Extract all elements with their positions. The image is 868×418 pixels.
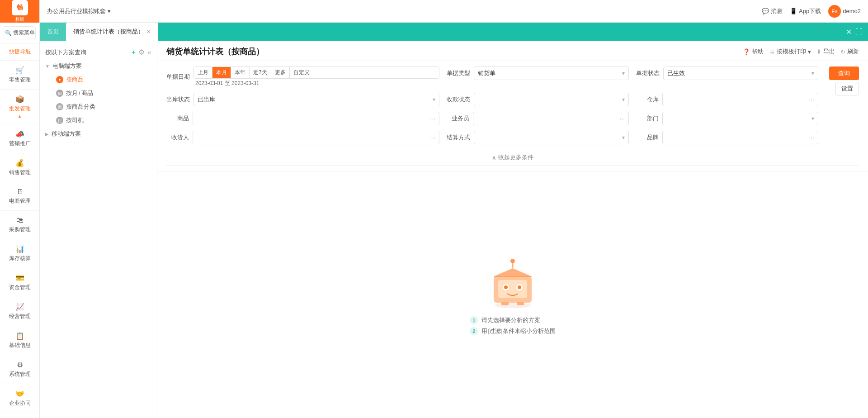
tree-mobile-label: 移动端方案 [52, 130, 81, 138]
filter-brand: 品牌 ··· [636, 131, 818, 144]
collapse-panel-button[interactable]: « [147, 48, 151, 57]
sidebar-nav-item-operations[interactable]: 📈 经营管理 [0, 297, 39, 326]
operations-icon: 📈 [15, 303, 24, 311]
tree-mobile-group[interactable]: ▶ 移动端方案 [40, 127, 157, 141]
doc-status-chevron-icon: ▾ [811, 70, 814, 76]
out-status-control[interactable]: 已出库 ▾ [193, 93, 439, 106]
retail-icon: 🛒 [15, 66, 24, 75]
warehouse-label: 仓库 [636, 95, 659, 104]
sidebar-nav-item-inventory[interactable]: 📊 库存核算 [0, 239, 39, 268]
filter-payment: 结算方式 ▾ [447, 131, 629, 144]
tab-close-icon[interactable]: ✕ [146, 28, 151, 35]
tab-sales-stats-label: 销货单统计计表（按商品） [73, 28, 144, 36]
tab-sales-stats[interactable]: 销货单统计计表（按商品） ✕ [66, 23, 158, 41]
date-btn-7days[interactable]: 近7天 [250, 67, 271, 78]
settings-button[interactable]: 设置 [835, 82, 859, 95]
export-button[interactable]: ⬇ 导出 [816, 48, 835, 56]
left-panel-title: 按以下方案查询 [45, 48, 86, 57]
recipient-control[interactable]: ··· [193, 131, 439, 144]
add-scheme-button[interactable]: + [132, 48, 136, 57]
tree-pc-group[interactable]: ▼ 电脑端方案 [40, 59, 157, 73]
right-panel: 销货单统计计表（按商品） ❓ 帮助 🖨 按模板打印 ▾ ⬇ 导出 [157, 41, 868, 418]
sidebar-nav-item-retail[interactable]: 🛒 零售管理 [0, 61, 39, 90]
payment-chevron-icon: ▾ [622, 134, 625, 141]
product-dots-icon[interactable]: ··· [430, 115, 436, 122]
receipt-status-chevron-icon: ▾ [622, 96, 625, 103]
settings-scheme-button[interactable]: ⚙ [138, 48, 145, 57]
date-btn-custom[interactable]: 自定义 [290, 67, 313, 78]
finance-icon: 💳 [15, 274, 24, 282]
wholesale-icon: 📦 [15, 95, 24, 104]
department-label: 部门 [636, 114, 659, 123]
tree-mobile-arrow-icon: ▶ [45, 132, 49, 137]
message-button[interactable]: 💬 消息 [762, 7, 783, 15]
filter-row-1: 单据日期 上月 本月 本年 近7天 更多 自定义 [166, 66, 818, 87]
sales-icon: 💰 [15, 159, 24, 167]
warehouse-dots-icon[interactable]: ··· [809, 96, 814, 103]
date-btn-more[interactable]: 更多 [271, 67, 290, 78]
date-btn-last-month[interactable]: 上月 [194, 67, 212, 78]
empty-svg [481, 255, 544, 309]
sidebar-nav-item-purchase[interactable]: 🛍 采购管理 [0, 211, 39, 239]
tab-home[interactable]: 首页 [40, 23, 66, 41]
warehouse-control[interactable]: ··· [662, 93, 818, 106]
export-icon: ⬇ [816, 48, 821, 55]
date-range-display: 2023-03-01 至 2023-03-31 [193, 80, 439, 87]
industry-dropdown[interactable]: 办公用品行业模拟账套 ▾ [47, 7, 111, 15]
date-control: 上月 本月 本年 近7天 更多 自定义 [193, 66, 439, 79]
industry-chevron-icon: ▾ [108, 8, 111, 14]
doc-type-control[interactable]: 销货单 ▾ [474, 66, 629, 80]
ecommerce-icon: 🖥 [16, 188, 24, 196]
user-menu[interactable]: Ea demo2 [828, 5, 861, 18]
date-btn-this-month[interactable]: 本月 [212, 67, 231, 78]
app-download-button[interactable]: 📱 App下载 [790, 7, 821, 15]
refresh-button[interactable]: ↻ 刷新 [840, 48, 859, 56]
refresh-icon: ↻ [840, 48, 845, 55]
sidebar-nav-item-wholesale[interactable]: 📦 批发管理 ▲ [0, 90, 39, 124]
sidebar-nav-item-enterprise[interactable]: 🤝 企业协同 [0, 384, 39, 413]
tree-item-by-product[interactable]: ● 按商品 [40, 73, 157, 86]
collapse-filters-button[interactable]: ∧ 收起更多条件 [166, 150, 859, 166]
payment-control[interactable]: ▾ [474, 131, 629, 144]
system-icon: ⚙ [17, 361, 23, 369]
filter-doc-status: 单据状态 已生效 ▾ [636, 66, 818, 80]
template-print-button[interactable]: 🖨 按模板打印 ▾ [769, 48, 811, 56]
salesperson-control[interactable]: ··· [473, 112, 629, 125]
tree-item-by-month-product[interactable]: 田 按月+商品 [40, 86, 157, 100]
tab-expand-icon[interactable]: ⛶ [855, 28, 863, 36]
tree-item-by-category[interactable]: 回 按商品分类 [40, 100, 157, 114]
receipt-status-control[interactable]: ▾ [474, 93, 629, 106]
sidebar-nav-item-sales[interactable]: 💰 销售管理 [0, 153, 39, 182]
quick-nav-button[interactable]: 快捷导航 [0, 43, 39, 61]
sidebar-nav-item-marketing[interactable]: 📣 营销推广 [0, 124, 39, 153]
tree-item-by-cashier[interactable]: 目 按司机 [40, 114, 157, 127]
product-control[interactable]: ··· [193, 112, 439, 125]
print-chevron-icon: ▾ [808, 48, 811, 55]
tree-arrow-icon: ▼ [45, 64, 50, 69]
enterprise-label: 企业协同 [9, 399, 31, 407]
brand-control[interactable]: ··· [662, 131, 818, 144]
purchase-label: 采购管理 [9, 226, 31, 233]
tab-close-all-icon[interactable]: ✕ [846, 28, 852, 36]
left-panel-actions: + ⚙ « [132, 48, 151, 57]
sidebar-nav-item-newbie[interactable]: 🎯 新手引导 [0, 413, 39, 418]
empty-hint-1: 1 请先选择要分析的方案 [470, 316, 555, 324]
download-icon: 📱 [790, 8, 797, 14]
brand-dots-icon[interactable]: ··· [809, 134, 814, 141]
doc-status-control[interactable]: 已生效 ▾ [663, 66, 818, 80]
empty-hint-2: 2 用[过滤]条件来缩小分析范围 [470, 327, 555, 335]
department-control[interactable]: ▾ [662, 112, 818, 125]
help-button[interactable]: ❓ 帮助 [743, 48, 764, 56]
query-button[interactable]: 查询 [829, 66, 859, 80]
collapse-label: 收起更多条件 [498, 153, 533, 162]
search-menu-button[interactable]: 🔍 搜索菜单 [4, 26, 36, 39]
sidebar-nav-item-system[interactable]: ⚙ 系统管理 [0, 355, 39, 384]
salesperson-dots-icon[interactable]: ··· [619, 115, 625, 122]
sidebar-nav-item-basics[interactable]: 📋 基础信息 [0, 326, 39, 355]
brand-label: 品牌 [636, 133, 659, 142]
sidebar-nav-item-finance[interactable]: 💳 资金管理 [0, 268, 39, 297]
date-btn-this-year[interactable]: 本年 [231, 67, 250, 78]
marketing-label: 营销推广 [9, 140, 31, 147]
recipient-dots-icon[interactable]: ··· [430, 134, 436, 141]
sidebar-nav-item-ecommerce[interactable]: 🖥 电商管理 [0, 182, 39, 211]
